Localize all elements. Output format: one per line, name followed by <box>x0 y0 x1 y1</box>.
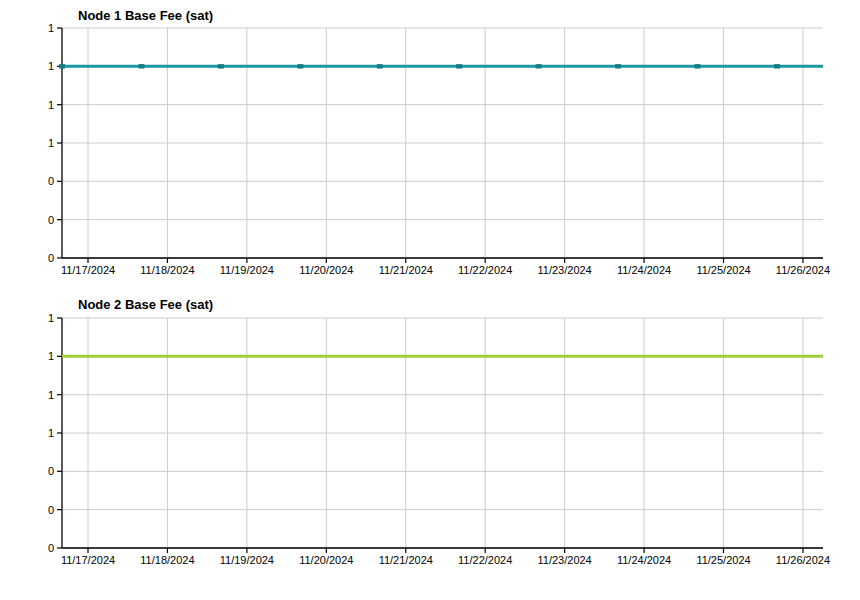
x-tick-label: 11/21/2024 <box>379 264 433 276</box>
y-tick-label: 1 <box>48 389 54 401</box>
y-tick-label: 0 <box>48 252 54 264</box>
x-tick-label: 11/19/2024 <box>220 264 274 276</box>
data-point-marker <box>456 64 462 68</box>
gridlines <box>62 28 823 258</box>
y-tick-label: 1 <box>48 350 54 362</box>
axes: 111100011/17/202411/18/202411/19/202411/… <box>48 22 830 276</box>
x-tick-label: 11/23/2024 <box>538 554 592 566</box>
series-base-fee <box>59 64 823 68</box>
node1-chart: 111100011/17/202411/18/202411/19/202411/… <box>48 22 830 276</box>
x-tick-label: 11/23/2024 <box>538 264 592 276</box>
data-point-marker <box>774 64 780 68</box>
x-tick-label: 11/17/2024 <box>61 554 115 566</box>
x-tick-label: 11/21/2024 <box>379 554 433 566</box>
data-point-marker <box>695 64 701 68</box>
y-tick-label: 0 <box>48 465 54 477</box>
x-tick-label: 11/17/2024 <box>61 264 115 276</box>
node2-chart: 111100011/17/202411/18/202411/19/202411/… <box>48 312 830 566</box>
data-point-marker <box>377 64 383 68</box>
axes: 111100011/17/202411/18/202411/19/202411/… <box>48 312 830 566</box>
x-tick-label: 11/19/2024 <box>220 554 274 566</box>
y-tick-label: 0 <box>48 504 54 516</box>
data-point-marker <box>536 64 542 68</box>
fee-charts-page: Node 1 Base Fee (sat) 111100011/17/20241… <box>0 0 860 600</box>
x-tick-label: 11/18/2024 <box>140 264 194 276</box>
data-point-marker <box>615 64 621 68</box>
y-tick-label: 0 <box>48 542 54 554</box>
y-tick-label: 1 <box>48 427 54 439</box>
x-tick-label: 11/20/2024 <box>299 264 353 276</box>
node2-chart-title: Node 2 Base Fee (sat) <box>78 297 213 312</box>
y-tick-label: 0 <box>48 214 54 226</box>
x-tick-label: 11/24/2024 <box>617 554 671 566</box>
data-point-marker <box>138 64 144 68</box>
data-point-marker <box>59 64 65 68</box>
x-tick-label: 11/26/2024 <box>776 264 830 276</box>
y-tick-label: 0 <box>48 175 54 187</box>
y-tick-label: 1 <box>48 99 54 111</box>
x-tick-label: 11/22/2024 <box>458 264 512 276</box>
x-tick-label: 11/26/2024 <box>776 554 830 566</box>
node1-chart-title: Node 1 Base Fee (sat) <box>78 8 213 23</box>
y-tick-label: 1 <box>48 137 54 149</box>
fee-charts-canvas: Node 1 Base Fee (sat) 111100011/17/20241… <box>0 0 860 600</box>
x-tick-label: 11/24/2024 <box>617 264 671 276</box>
gridlines <box>62 318 823 548</box>
x-tick-label: 11/18/2024 <box>140 554 194 566</box>
x-tick-label: 11/22/2024 <box>458 554 512 566</box>
x-tick-label: 11/20/2024 <box>299 554 353 566</box>
y-tick-label: 1 <box>48 60 54 72</box>
y-tick-label: 1 <box>48 22 54 34</box>
data-point-marker <box>218 64 224 68</box>
data-point-marker <box>297 64 303 68</box>
x-tick-label: 11/25/2024 <box>696 554 750 566</box>
y-tick-label: 1 <box>48 312 54 324</box>
x-tick-label: 11/25/2024 <box>696 264 750 276</box>
